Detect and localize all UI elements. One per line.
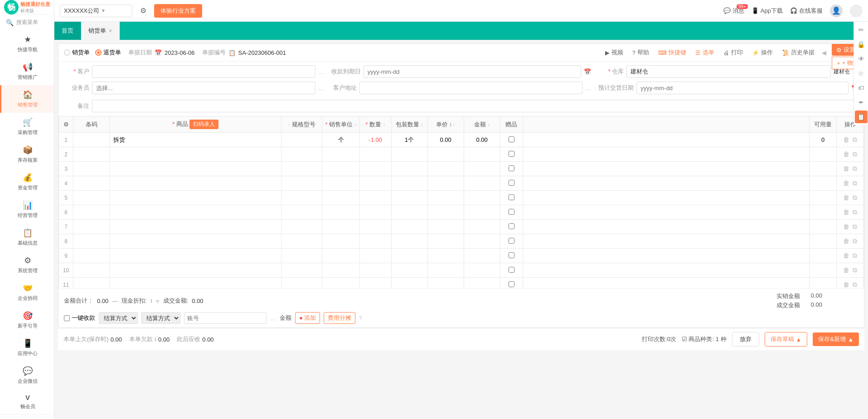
message-btn[interactable]: 💬 消息 99+ [723,7,744,15]
gift-checkbox-8[interactable] [509,252,514,258]
copy-icon-7[interactable]: ⧉ [853,237,857,245]
cell-price-5[interactable] [427,205,464,220]
delete-icon-3[interactable]: 🗑 [843,179,849,187]
delete-icon-6[interactable]: 🗑 [843,223,849,230]
gift-checkbox-5[interactable] [509,209,514,215]
salesperson-more-icon[interactable]: … [318,85,324,92]
cell-pack-qty-2[interactable] [391,162,427,176]
trial-btn[interactable]: 体验行业方案 [154,4,202,18]
cell-price-8[interactable] [427,249,464,263]
delete-icon-8[interactable]: 🗑 [843,252,849,259]
cell-spec-8[interactable] [281,249,322,263]
cell-price-1[interactable] [427,147,464,162]
cell-barcode-9[interactable] [73,263,110,278]
delete-icon-0[interactable]: 🗑 [843,136,849,143]
discard-btn[interactable]: 放弃 [732,332,759,347]
right-panel-lock-btn[interactable]: 🔒 [855,38,868,51]
cell-barcode-8[interactable] [73,249,110,263]
gift-checkbox-9[interactable] [509,267,514,273]
cell-gift-5[interactable] [500,205,523,220]
payment-due-input[interactable] [364,65,582,78]
cell-amount-1[interactable] [464,147,500,162]
payment-method-select[interactable]: 结算方式 [99,312,138,324]
cell-spec-4[interactable] [281,191,322,205]
cell-spec-9[interactable] [281,263,322,278]
cell-unit-5[interactable] [322,205,359,220]
cell-pack-qty-3[interactable] [391,176,427,191]
tab-sales-order[interactable]: 销货单 × [81,22,120,40]
copy-icon-4[interactable]: ⧉ [853,194,857,201]
cell-pack-qty-4[interactable] [391,191,427,205]
video-btn[interactable]: ▶ 视频 [602,48,626,58]
add-payment-btn[interactable]: ● 添加 [295,312,320,324]
cell-qty-6[interactable] [359,220,391,234]
cell-spec-10[interactable] [281,278,322,289]
copy-icon-2[interactable]: ⧉ [853,165,857,172]
copy-icon-9[interactable]: ⧉ [853,266,857,274]
delete-icon-2[interactable]: 🗑 [843,165,849,172]
cell-qty-3[interactable] [359,176,391,191]
cell-pack-qty-10[interactable] [391,278,427,289]
cell-gift-10[interactable] [500,278,523,289]
radio-sales[interactable]: 销货单 [64,48,90,57]
column-settings-icon[interactable]: ⚙ [63,121,69,128]
user-avatar2[interactable] [850,5,863,17]
gift-checkbox-2[interactable] [509,165,514,171]
cell-qty-10[interactable] [359,278,391,289]
sidebar-item-vip[interactable]: V 畅会员 [0,389,54,414]
cell-gift-7[interactable] [500,234,523,249]
cell-qty-0[interactable]: -1.00 [359,133,391,147]
th-settings[interactable]: ⚙ [59,116,73,133]
sidebar-item-guide[interactable]: 🎯 新手引导 [0,306,54,334]
gift-checkbox-6[interactable] [509,223,514,229]
nav-prev-icon[interactable]: ◀ [822,49,826,56]
copy-icon-1[interactable]: ⧉ [853,150,857,158]
right-panel-eye-btn[interactable]: 👁 [855,53,868,65]
one-click-checkbox[interactable] [64,315,70,321]
cell-amount-3[interactable] [464,176,500,191]
cell-product-5[interactable] [110,205,281,220]
cell-barcode-10[interactable] [73,278,110,289]
cell-pack-qty-0[interactable]: 1个 [391,133,427,147]
cell-pack-qty-6[interactable] [391,220,427,234]
cell-spec-1[interactable] [281,147,322,162]
company-selector[interactable]: XXXXXX公司 ▼ [60,5,132,17]
cell-unit-6[interactable] [322,220,359,234]
fenyong-btn[interactable]: 费用分摊 [324,312,355,324]
sidebar-item-operations[interactable]: 📊 经营管理 [0,196,54,223]
right-panel-tag-btn[interactable]: 🏷 [855,82,868,94]
cell-amount-8[interactable] [464,249,500,263]
delete-icon-4[interactable]: 🗑 [843,194,849,201]
cell-gift-0[interactable] [500,133,523,147]
sidebar-item-basic-info[interactable]: 📋 基础信息 [0,223,54,251]
cell-qty-7[interactable] [359,234,391,249]
sidebar-item-quick-nav[interactable]: ★ 快捷导航 [0,30,54,58]
cell-pack-qty-1[interactable] [391,147,427,162]
cell-pack-qty-8[interactable] [391,249,427,263]
cell-product-0[interactable]: 拆货 [110,133,281,147]
discount-info-icon[interactable]: ℹ [150,298,152,304]
sidebar-item-wechat[interactable]: 💬 企业微信 [0,361,54,389]
one-click-payment-checkbox[interactable]: 一键收款 [64,314,95,322]
payment-account-input[interactable] [184,312,267,324]
cell-gift-1[interactable] [500,147,523,162]
cell-spec-7[interactable] [281,234,322,249]
cell-unit-0[interactable]: 个 [322,133,359,147]
cell-barcode-4[interactable] [73,191,110,205]
account-more-icon[interactable]: … [270,315,276,322]
cell-barcode-6[interactable] [73,220,110,234]
cell-gift-4[interactable] [500,191,523,205]
cell-product-9[interactable] [110,263,281,278]
sidebar-item-marketing[interactable]: 📢 营销推广 [0,58,54,85]
gift-checkbox-3[interactable] [509,180,514,186]
help-btn[interactable]: ? 帮助 [630,48,652,58]
settlement-method-select[interactable]: 结算方式 [141,312,180,324]
gift-checkbox-10[interactable] [509,281,514,287]
customer-more-icon[interactable]: … [318,68,324,75]
online-support-btn[interactable]: 🎧 在线客服 [790,7,823,15]
app-download-btn[interactable]: 📱 App下载 [752,7,783,15]
cell-unit-10[interactable] [322,278,359,289]
radio-return[interactable]: 退货单 [95,48,121,57]
delete-icon-7[interactable]: 🗑 [843,237,849,245]
gift-checkbox-0[interactable] [509,136,514,142]
